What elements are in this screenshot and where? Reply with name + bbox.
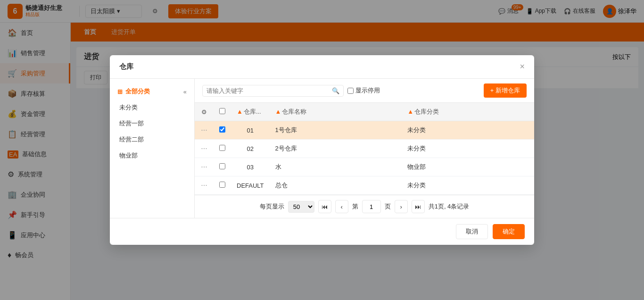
per-page-label: 每页显示 (260, 202, 284, 211)
row-actions[interactable]: ··· (195, 140, 214, 158)
search-icon[interactable]: 🔍 (332, 87, 339, 94)
more-icon[interactable]: ··· (201, 181, 207, 189)
warehouse-dialog: 仓库 × ⊞ 全部分类 « 未分类 经营一部 经营二部 物业部 (110, 55, 534, 245)
show-disabled-checkbox[interactable] (347, 88, 354, 94)
row-num: 01 (231, 121, 270, 140)
per-page-select[interactable]: 50 10 20 100 (288, 201, 314, 213)
pagination: 每页显示 50 10 20 100 ⏮ ‹ 第 页 › ⏭ 共1页, 4条记录 (195, 195, 534, 218)
last-page-button[interactable]: ⏭ (412, 200, 425, 213)
modal-overlay: 仓库 × ⊞ 全部分类 « 未分类 经营一部 经营二部 物业部 (0, 0, 644, 300)
row-actions[interactable]: ··· (195, 158, 214, 176)
warehouse-table: ⚙ ▲仓库... ▲仓库名称 ▲仓库分类 ··· 01 1号仓库 未分类 ···… (195, 103, 534, 195)
col-gear: ⚙ (195, 103, 214, 121)
category-panel: ⊞ 全部分类 « 未分类 经营一部 经营二部 物业部 (110, 79, 195, 218)
more-icon[interactable]: ··· (201, 163, 207, 171)
row-name: 总仓 (270, 176, 402, 195)
dialog-title: 仓库 (119, 62, 133, 71)
table-panel: 🔍 显示停用 + 新增仓库 ⚙ ▲仓库... (195, 79, 534, 218)
show-disabled-label[interactable]: 显示停用 (347, 86, 380, 95)
table-row[interactable]: ··· 01 1号仓库 未分类 (195, 121, 534, 140)
col-category: ▲仓库分类 (402, 103, 534, 121)
table-row[interactable]: ··· 03 水 物业部 (195, 158, 534, 176)
search-wrap: 🔍 (202, 85, 344, 97)
category-item-dept2[interactable]: 经营二部 (110, 132, 194, 148)
col-name: ▲仓库名称 (270, 103, 402, 121)
select-all-checkbox[interactable] (219, 108, 225, 114)
col-code: ▲仓库... (231, 103, 270, 121)
row-num: DEFAULT (231, 176, 270, 195)
page-input[interactable] (362, 200, 381, 213)
row-checkbox-cell[interactable] (214, 176, 231, 195)
dialog-body: ⊞ 全部分类 « 未分类 经营一部 经营二部 物业部 🔍 (110, 79, 534, 218)
row-category: 未分类 (402, 121, 534, 140)
row-name: 1号仓库 (270, 121, 402, 140)
next-page-button[interactable]: › (395, 200, 408, 213)
dialog-footer: 取消 确定 (110, 218, 534, 245)
add-warehouse-button[interactable]: + 新增仓库 (484, 83, 527, 98)
row-actions[interactable]: ··· (195, 176, 214, 195)
show-disabled-text: 显示停用 (355, 86, 380, 95)
row-actions[interactable]: ··· (195, 121, 214, 140)
row-category: 未分类 (402, 176, 534, 195)
row-checkbox[interactable] (219, 145, 225, 151)
confirm-button[interactable]: 确定 (493, 224, 525, 239)
row-checkbox[interactable] (219, 126, 225, 133)
more-icon[interactable]: ··· (201, 126, 207, 134)
more-icon[interactable]: ··· (201, 144, 207, 152)
row-checkbox[interactable] (219, 163, 225, 169)
dialog-close-button[interactable]: × (520, 62, 525, 72)
category-all-label: 全部分类 (125, 87, 150, 96)
table-row[interactable]: ··· 02 2号仓库 未分类 (195, 140, 534, 158)
page-unit: 页 (385, 202, 391, 211)
row-category: 未分类 (402, 140, 534, 158)
table-toolbar: 🔍 显示停用 + 新增仓库 (195, 79, 534, 103)
total-info: 共1页, 4条记录 (429, 202, 470, 211)
table-wrap: ⚙ ▲仓库... ▲仓库名称 ▲仓库分类 ··· 01 1号仓库 未分类 ···… (195, 103, 534, 195)
row-checkbox[interactable] (219, 182, 225, 188)
row-name: 水 (270, 158, 402, 176)
page-label: 第 (352, 202, 358, 211)
category-all[interactable]: ⊞ 全部分类 « (110, 83, 194, 100)
row-name: 2号仓库 (270, 140, 402, 158)
dialog-header: 仓库 × (110, 55, 534, 79)
row-category: 物业部 (402, 158, 534, 176)
collapse-icon[interactable]: « (183, 88, 187, 95)
category-item-property[interactable]: 物业部 (110, 148, 194, 164)
category-item-unclassified[interactable]: 未分类 (110, 100, 194, 116)
col-check (214, 103, 231, 121)
category-item-dept1[interactable]: 经营一部 (110, 116, 194, 132)
cancel-button[interactable]: 取消 (456, 224, 488, 239)
search-input[interactable] (206, 87, 332, 94)
first-page-button[interactable]: ⏮ (318, 200, 331, 213)
table-row[interactable]: ··· DEFAULT 总仓 未分类 (195, 176, 534, 195)
row-checkbox-cell[interactable] (214, 140, 231, 158)
row-checkbox-cell[interactable] (214, 121, 231, 140)
prev-page-button[interactable]: ‹ (335, 200, 348, 213)
row-num: 03 (231, 158, 270, 176)
row-num: 02 (231, 140, 270, 158)
grid-icon: ⊞ (117, 88, 123, 95)
row-checkbox-cell[interactable] (214, 158, 231, 176)
